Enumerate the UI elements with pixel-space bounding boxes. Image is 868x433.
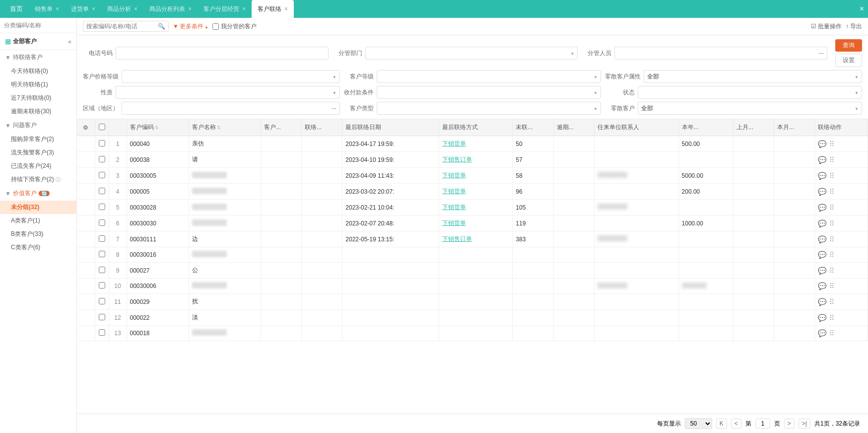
first-page-button[interactable]: K: [716, 419, 727, 429]
sidebar-group-problem[interactable]: ▼ 问题客户: [0, 118, 76, 133]
page-input[interactable]: [755, 419, 770, 429]
row-checkbox[interactable]: [99, 298, 105, 304]
more-conditions-toggle[interactable]: ▼ 更多条件: [173, 22, 208, 31]
main-search-input[interactable]: [86, 23, 156, 30]
contact-method-link[interactable]: 下销货单: [442, 172, 466, 179]
row-checkbox[interactable]: [99, 251, 105, 257]
row-checkbox[interactable]: [99, 204, 105, 210]
filter-status-select[interactable]: [638, 86, 862, 99]
tab-home[interactable]: 首页: [4, 4, 29, 13]
next-page-button[interactable]: >: [784, 419, 795, 429]
close-product-analysis-tab[interactable]: ×: [134, 5, 137, 12]
contact-icon[interactable]: 💬: [818, 140, 826, 148]
td-checkbox[interactable]: [95, 310, 109, 326]
tab-customer-stratification[interactable]: 客户分层经营 ×: [198, 0, 252, 18]
contact-icon[interactable]: 💬: [818, 251, 826, 259]
more-icon[interactable]: ⠿: [829, 267, 834, 275]
td-checkbox[interactable]: [95, 200, 109, 216]
sidebar-item-ungrouped[interactable]: 未分组(32): [0, 201, 76, 214]
main-search-icon[interactable]: 🔍: [158, 23, 165, 30]
contact-icon[interactable]: 💬: [818, 267, 826, 275]
contact-method-link[interactable]: 下销货单: [442, 188, 466, 195]
td-checkbox[interactable]: [95, 263, 109, 279]
row-checkbox[interactable]: [99, 188, 105, 194]
th-checkbox[interactable]: [95, 119, 109, 136]
prev-page-button[interactable]: <: [731, 419, 741, 429]
contact-icon[interactable]: 💬: [818, 188, 826, 196]
tab-product-analysis-list[interactable]: 商品分析列表 ×: [143, 0, 198, 18]
filter-price-grade-select[interactable]: [122, 70, 340, 83]
sidebar-item-tomorrow-pending[interactable]: 明天待联络(1): [0, 78, 76, 91]
row-checkbox[interactable]: [99, 172, 105, 178]
td-checkbox[interactable]: [95, 152, 109, 168]
sidebar-item-7days-pending[interactable]: 近7天待联络(0): [0, 91, 76, 105]
more-icon[interactable]: ⠿: [829, 235, 834, 243]
contact-icon[interactable]: 💬: [818, 235, 826, 243]
filter-customer-type-select[interactable]: [377, 102, 601, 115]
td-checkbox[interactable]: [95, 326, 109, 341]
row-checkbox[interactable]: [99, 282, 105, 289]
more-icon[interactable]: ⠿: [829, 251, 834, 259]
td-checkbox[interactable]: [95, 231, 109, 247]
filter-region-select[interactable]: ···: [122, 102, 340, 115]
sidebar-item-today-pending[interactable]: 今天待联络(0): [0, 65, 76, 78]
filter-retail-select[interactable]: 全部: [638, 102, 862, 115]
sidebar-item-class-a[interactable]: A类客户(1): [0, 214, 76, 227]
contact-method-link[interactable]: 下销货单: [442, 140, 466, 147]
more-icon[interactable]: ⠿: [829, 156, 834, 164]
contact-icon[interactable]: 💬: [818, 204, 826, 212]
td-checkbox[interactable]: [95, 136, 109, 152]
more-icon[interactable]: ⠿: [829, 282, 834, 290]
close-customer-contact-tab[interactable]: ×: [284, 5, 288, 12]
select-all-checkbox[interactable]: [99, 124, 105, 130]
sidebar-item-churned[interactable]: 已流失客户(24): [0, 159, 76, 173]
contact-method-link[interactable]: 下销货单: [442, 219, 466, 226]
query-button[interactable]: 查询: [835, 39, 862, 52]
filter-payment-select[interactable]: [377, 86, 601, 99]
my-customers-checkbox[interactable]: 我分管的客户: [212, 22, 257, 31]
contact-icon[interactable]: 💬: [818, 172, 826, 180]
sidebar-group-pending[interactable]: ▼ 待联络客户: [0, 50, 76, 65]
td-checkbox[interactable]: [95, 279, 109, 294]
filter-retail-attr-select[interactable]: 全部: [644, 70, 862, 83]
settings-icon[interactable]: ⚙: [83, 124, 88, 131]
last-page-button[interactable]: >|: [799, 419, 810, 429]
sidebar-search-input[interactable]: [4, 22, 77, 29]
tab-customer-contact[interactable]: 客户联络 ×: [252, 0, 294, 18]
tab-purchase[interactable]: 进货单 ×: [65, 0, 101, 18]
reset-button[interactable]: 设置: [835, 54, 862, 67]
close-product-analysis-list-tab[interactable]: ×: [188, 5, 192, 12]
sidebar-item-class-c[interactable]: C类客户(6): [0, 241, 76, 254]
sidebar-all-customers[interactable]: ⊞ 全部客户 «: [0, 33, 76, 50]
close-salesorder-tab[interactable]: ×: [56, 5, 59, 12]
row-checkbox[interactable]: [99, 267, 105, 273]
contact-icon[interactable]: 💬: [818, 282, 826, 290]
row-checkbox[interactable]: [99, 235, 105, 242]
td-checkbox[interactable]: [95, 168, 109, 184]
more-icon[interactable]: ⠿: [829, 188, 834, 196]
close-purchase-tab[interactable]: ×: [92, 5, 95, 12]
row-checkbox[interactable]: [99, 329, 105, 336]
filter-manager-select[interactable]: ···: [614, 47, 827, 60]
contact-method-link[interactable]: 下销售订单: [442, 156, 472, 163]
page-size-select[interactable]: 50 100 200: [685, 418, 712, 429]
filter-dept-select[interactable]: [365, 47, 578, 60]
export-button[interactable]: ↑ 导出: [846, 22, 862, 31]
sidebar-item-churn-warning[interactable]: 流失预警客户(3): [0, 146, 76, 159]
contact-icon[interactable]: 💬: [818, 329, 826, 337]
td-checkbox[interactable]: [95, 184, 109, 200]
sidebar-item-class-b[interactable]: B类客户(33): [0, 227, 76, 241]
contact-method-link[interactable]: 下销售订单: [442, 235, 472, 242]
more-icon[interactable]: ⠿: [829, 329, 834, 337]
sidebar-item-declining[interactable]: 持续下滑客户(2) ⓘ: [0, 173, 76, 186]
batch-ops-button[interactable]: ☑ 批量操作: [811, 22, 842, 31]
sidebar-item-overdue-contact[interactable]: 逾期未联络(30): [0, 105, 76, 118]
td-checkbox[interactable]: [95, 294, 109, 310]
filter-phone-input[interactable]: [116, 47, 329, 60]
more-icon[interactable]: ⠿: [829, 314, 834, 322]
sidebar-item-abnormal-stockpile[interactable]: 囤购异常客户(2): [0, 133, 76, 146]
more-icon[interactable]: ⠿: [829, 172, 834, 180]
th-code[interactable]: 客户编码: [127, 119, 189, 136]
contact-method-link[interactable]: 下销货单: [442, 204, 466, 211]
more-icon[interactable]: ⠿: [829, 219, 834, 227]
